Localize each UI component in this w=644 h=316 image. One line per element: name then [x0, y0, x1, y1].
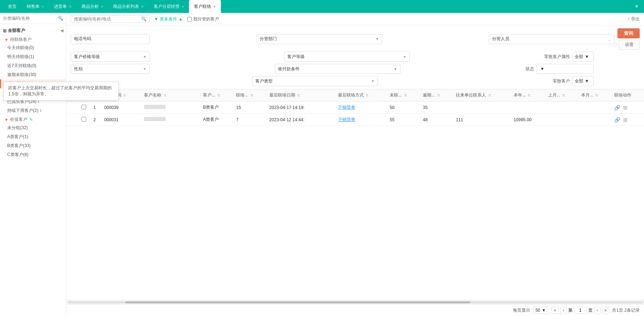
col-company-contact: 往来单位联系人 ⇅ — [452, 89, 510, 102]
close-sales-icon[interactable]: × — [42, 4, 44, 9]
nav-home[interactable]: 首页 — [3, 0, 22, 13]
gender-field[interactable]: 性别 ▼ — [71, 64, 150, 74]
sidebar-item-7days[interactable]: 近7天待联络(0) — [0, 61, 66, 70]
retail-attr-select[interactable]: 全部 ▼ — [572, 52, 594, 62]
retail-attr-arrow-icon: ▼ — [585, 54, 589, 59]
nav-sales[interactable]: 销售单 × — [22, 0, 49, 13]
price-grade-field[interactable]: 客户价格等级 ▼ — [71, 52, 150, 62]
status-select[interactable]: ▼ — [536, 64, 594, 74]
sort-overdue-icon[interactable]: ⇅ — [437, 93, 440, 97]
info-icon-declining: ℹ — [40, 108, 41, 113]
more-conditions-btn[interactable]: ▼ 更多条件 ▲ — [154, 16, 183, 22]
customer-type-field[interactable]: 客户类型 ▼ — [252, 76, 378, 86]
customer-grade-field[interactable]: 客户等级 ▼ — [284, 52, 410, 62]
sort-last-month-icon[interactable]: ⇅ — [562, 93, 565, 97]
nav-purchase[interactable]: 进货单 × — [49, 0, 76, 13]
nav-customer-contact[interactable]: 客户联络 × — [189, 0, 221, 13]
settings-button[interactable]: 设置 — [619, 40, 640, 49]
sidebar-item-class-c[interactable]: C类客户(6) — [0, 150, 66, 159]
last-page-button[interactable]: » — [602, 307, 610, 314]
phone-field[interactable]: 电话号码 — [71, 34, 150, 44]
row2-method-link[interactable]: 下销货单 — [338, 117, 355, 122]
sidebar-search-icon[interactable]: 🔍 — [58, 16, 63, 21]
collapse-icon[interactable]: ◀ — [60, 28, 63, 33]
row1-gear — [66, 102, 78, 114]
name-blur-1 — [144, 105, 166, 109]
row1-this-year — [510, 102, 545, 114]
horizontal-scrollbar[interactable] — [66, 300, 644, 304]
sidebar-item-class-a[interactable]: A类客户(1) — [0, 132, 66, 141]
sort-category-icon[interactable]: ⇅ — [217, 93, 220, 97]
row1-select-checkbox[interactable] — [82, 105, 86, 109]
sort-year-icon[interactable]: ⇅ — [528, 93, 531, 97]
sidebar-tree: ⊞ 全部客户 ◀ ▼ 待联络客户 今天待联络(0) 明天待联络(1) 近7天待联… — [0, 24, 66, 316]
tooltip-overlay: 距客户上次交易时长，超过了此客户的平均交易周期的1.5倍，则视为异常。 — [4, 82, 119, 100]
per-page-select[interactable]: 50 ▼ — [533, 307, 548, 314]
search-input-wrap: 🔍 — [71, 15, 150, 23]
table-wrapper[interactable]: ⚙ 客户编码 ⇅ 客户名称 — [66, 89, 644, 300]
sort-contacts-icon[interactable]: ⇅ — [250, 93, 253, 97]
row1-last-month — [545, 102, 578, 114]
close-segment-icon[interactable]: × — [182, 4, 184, 9]
nav-product-analysis[interactable]: 商品分析 × — [77, 0, 108, 13]
sidebar-item-tomorrow[interactable]: 明天待联络(1) — [0, 52, 66, 61]
retail-customer-select[interactable]: 全部 ▼ — [572, 76, 594, 86]
row2-link-icon[interactable]: 🔗 — [614, 117, 620, 123]
dept-field[interactable]: 分管部门 ▼ — [256, 34, 382, 44]
close-contact-icon[interactable]: × — [213, 4, 216, 9]
sidebar-value-group: ▼ 价值客户 ✎ — [0, 115, 66, 123]
status-arrow-icon: ▼ — [540, 66, 545, 71]
filter-row-4: ... 客户类型 ▼ 零散客户 全部 ▼ — [71, 76, 640, 86]
export-button[interactable]: ↑ 导出 — [627, 16, 640, 22]
scrollbar-thumb[interactable] — [125, 301, 470, 303]
page-input[interactable] — [574, 307, 587, 314]
sort-this-month-icon[interactable]: ⇅ — [595, 93, 598, 97]
row1-link-icon[interactable]: 🔗 — [614, 105, 620, 110]
row2-company-contact: 111 — [452, 114, 510, 126]
staff-field[interactable]: 分管人员 ... — [489, 34, 615, 44]
main-search-input[interactable] — [74, 16, 141, 22]
row1-overdue: 35 — [419, 102, 452, 114]
sidebar-item-ungroup[interactable]: 未分组(32) — [0, 123, 66, 132]
payment-field[interactable]: 收付款条件 ▼ — [275, 64, 400, 74]
sidebar-search-input[interactable] — [3, 16, 58, 21]
gender-arrow-icon: ▼ — [143, 67, 147, 71]
row2-last-month — [545, 114, 578, 126]
row1-grid-icon[interactable]: ⊞ — [623, 105, 627, 110]
sort-method-icon[interactable]: ⇅ — [366, 93, 369, 97]
close-purchase-icon[interactable]: × — [69, 4, 71, 9]
sidebar-item-declining[interactable]: 持续下滑客户(2) ℹ — [0, 106, 66, 115]
first-page-button[interactable]: « — [551, 307, 559, 314]
sidebar-item-class-b[interactable]: B类客户(33) — [0, 141, 66, 150]
sidebar-item-overdue[interactable]: 逾期未联络(30) — [0, 70, 66, 79]
row1-action-icons: 🔗 ⊞ — [614, 105, 640, 110]
window-close-button[interactable]: × — [632, 3, 641, 10]
retail-attr-wrap: 零散客户属性 全部 ▼ — [544, 52, 594, 62]
row2-select-checkbox[interactable] — [82, 117, 86, 122]
edit-icon[interactable]: ✎ — [29, 117, 33, 122]
nav-product-analysis-list[interactable]: 商品分析列表 × — [108, 0, 148, 13]
sort-name-icon[interactable]: ⇅ — [163, 93, 166, 97]
close-product-analysis-icon[interactable]: × — [101, 4, 103, 9]
next-page-button[interactable]: › — [594, 307, 601, 314]
nav-customer-segment[interactable]: 客户分层经营 × — [149, 0, 189, 13]
row1-method-link[interactable]: 下销货单 — [338, 105, 355, 110]
close-product-list-icon[interactable]: × — [141, 4, 143, 9]
sort-not-contact-icon[interactable]: ⇅ — [404, 93, 407, 97]
sidebar-all-customers[interactable]: ⊞ 全部客户 ◀ — [0, 26, 66, 35]
retail-customer-arrow-icon: ▼ — [585, 79, 589, 84]
sort-date-icon[interactable]: ⇅ — [297, 93, 300, 97]
prev-page-button[interactable]: ‹ — [560, 307, 567, 314]
sidebar-item-today[interactable]: 今天待联络(0) — [0, 43, 66, 52]
main-search-icon[interactable]: 🔍 — [141, 16, 147, 22]
row2-grid-icon[interactable]: ⊞ — [623, 117, 627, 123]
table-row: 1 000039 B类客户 15 2023-04-17 14:19: 下销货单 — [66, 102, 644, 114]
query-button[interactable]: 查询 — [617, 28, 640, 38]
row2-index: 2 — [90, 114, 101, 126]
row1-name — [140, 102, 199, 114]
sort-company-icon[interactable]: ⇅ — [488, 93, 491, 97]
sort-code-icon[interactable]: ⇅ — [123, 93, 126, 97]
grid-icon: ⊞ — [3, 28, 6, 33]
top-nav: 首页 销售单 × 进货单 × 商品分析 × 商品分析列表 × 客户分层经营 × … — [0, 0, 644, 13]
my-customers-checkbox[interactable] — [187, 17, 192, 22]
